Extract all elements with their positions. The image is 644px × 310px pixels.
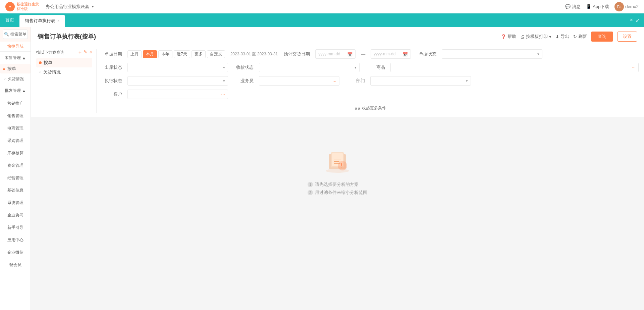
date-custom-btn[interactable]: 自定义 (207, 50, 225, 58)
sidebar-item-system[interactable]: 系统管理 (0, 197, 31, 209)
window-close-icon[interactable]: × (630, 17, 633, 23)
sidebar-search-area: 🔍 搜索菜单 (0, 27, 31, 42)
date-range-text: 2023-03-01 至 2023-03-31 (230, 51, 278, 57)
top-bar: 畅捷通好生意 标准版 办公用品行业模拟账套 ▾ 💬 消息 📱 App下载 Ea … (0, 0, 644, 13)
customer-input[interactable]: ··· (127, 90, 228, 99)
sidebar-item-enterprise[interactable]: 企业协同 (0, 209, 31, 221)
print-button[interactable]: 🖨 按模板打印 ▾ (520, 34, 551, 40)
sidebar-item-basics[interactable]: 基础信息 (0, 184, 31, 197)
empty-illustration: ! (321, 144, 354, 177)
print-icon: 🖨 (520, 34, 525, 39)
estimated-date-start-input[interactable]: yyyy-mm-dd 📅 (315, 49, 356, 59)
dept-label: 部门 (345, 78, 365, 84)
sidebar-item-sales[interactable]: 销售管理 (0, 110, 31, 122)
empty-tip-2: 2 用过滤条件来缩小分析范围 (308, 190, 367, 196)
empty-tip-1: 1 请先选择要分析的方案 (308, 182, 367, 188)
goods-more-icon: ··· (632, 65, 636, 70)
sidebar-item-wholesale[interactable]: 批发管理 ▲ (0, 85, 31, 97)
empty-tips: 1 请先选择要分析的方案 2 用过滤条件来缩小分析范围 (308, 182, 367, 196)
scheme-inactive-circle-icon: ○ (39, 70, 41, 74)
top-bar-title: 办公用品行业模拟账套 (46, 4, 89, 10)
edit-scheme-icon[interactable]: ✎ (84, 49, 88, 55)
goods-input[interactable]: ··· (390, 63, 639, 72)
date-prev-month-btn[interactable]: 上月 (127, 50, 142, 58)
message-button[interactable]: 💬 消息 (565, 4, 581, 10)
tab-bar-actions: × ⤢ (630, 17, 644, 23)
inactive-circle-icon: ○ (4, 77, 6, 82)
sidebar-item-wechat[interactable]: 企业微信 (0, 246, 31, 259)
help-icon: ❓ (501, 34, 506, 39)
doc-status-dropdown-icon: ▾ (537, 52, 539, 56)
collect-status-dropdown-icon: ▾ (355, 65, 357, 70)
empty-state: ! 1 请先选择要分析的方案 2 用过滤条件来缩小分析范围 (31, 117, 644, 222)
help-button[interactable]: ❓ 帮助 (501, 34, 516, 40)
sidebar-item-onboarding[interactable]: 新手引导 (0, 221, 31, 234)
app-download-button[interactable]: 📱 App下载 (586, 4, 609, 10)
estimated-date-end-input[interactable]: yyyy-mm-dd 📅 (371, 49, 411, 59)
doc-status-label: 单据状态 (416, 51, 436, 57)
top-bar-right: 💬 消息 📱 App下载 Ea demo2 (565, 2, 639, 11)
svg-point-5 (338, 161, 347, 170)
collapse-button[interactable]: ∧∧ 收起更多条件 (102, 103, 639, 113)
dept-select[interactable]: ▾ (370, 76, 471, 86)
out-status-select[interactable]: ▾ (127, 63, 228, 72)
query-button[interactable]: 查询 (591, 32, 613, 42)
sidebar-item-retail[interactable]: 零售管理 ▲ (0, 52, 31, 64)
filter-layout: 按以下方案查询 + ✎ « 按单 ○ 欠货情况 (36, 49, 639, 113)
date-curr-month-btn[interactable]: 本月 (143, 50, 157, 58)
export-button[interactable]: ⬇ 导出 (555, 34, 569, 40)
top-bar-left: 畅捷通好生意 标准版 办公用品行业模拟账套 ▾ (5, 2, 94, 11)
window-expand-icon[interactable]: ⤢ (636, 17, 640, 23)
date-7days-btn[interactable]: 近7天 (174, 50, 190, 58)
out-status-dropdown-icon: ▾ (223, 65, 225, 70)
sidebar-item-marketing[interactable]: 营销推广 (0, 97, 31, 110)
scheme-active-dot (39, 61, 42, 64)
date-more-btn[interactable]: 更多 (192, 50, 206, 58)
tab-close-button[interactable]: × (57, 19, 59, 23)
refresh-button[interactable]: ↻ 刷新 (573, 34, 587, 40)
date-buttons: 上月 本月 本年 近7天 更多 自定义 (127, 50, 225, 58)
tab-home[interactable]: 首页 (0, 13, 19, 27)
add-scheme-icon[interactable]: + (78, 49, 82, 55)
sidebar-item-member[interactable]: 畅会员 (0, 259, 31, 271)
settings-button[interactable]: 设置 (617, 32, 637, 42)
sidebar-item-app-center[interactable]: 应用中心 (0, 234, 31, 246)
refresh-icon: ↻ (573, 34, 577, 39)
salesperson-label: 业务员 (233, 78, 254, 84)
scheme-item-欠货情况[interactable]: ○ 欠货情况 (36, 67, 92, 77)
search-icon: 🔍 (4, 32, 9, 37)
out-status-label: 出库状态 (102, 64, 122, 70)
page-header-actions: ❓ 帮助 🖨 按模板打印 ▾ ⬇ 导出 ↻ 刷新 查询 设置 (501, 32, 637, 42)
sidebar: 🔍 搜索菜单 快捷导航 零售管理 ▲ ● 按单 ○ 欠货情况 批发管理 ▲ 营销… (0, 27, 31, 310)
sidebar-item-operations[interactable]: 经营管理 (0, 172, 31, 184)
svg-text:!: ! (341, 163, 342, 168)
svg-point-1 (326, 169, 349, 173)
doc-status-select[interactable]: ▾ (442, 49, 542, 59)
collapse-scheme-icon[interactable]: « (90, 49, 92, 55)
tab-active[interactable]: 销售订单执行表 × (19, 15, 65, 27)
top-bar-dropdown[interactable]: ▾ (92, 4, 94, 9)
filter-section: 按以下方案查询 + ✎ « 按单 ○ 欠货情况 (31, 45, 644, 117)
sidebar-item-finance[interactable]: 资金管理 (0, 159, 31, 172)
collect-status-select[interactable]: ▾ (259, 63, 360, 72)
scheme-item-按单[interactable]: 按单 (36, 58, 92, 67)
filter-scheme-sidebar: 按以下方案查询 + ✎ « 按单 ○ 欠货情况 (36, 49, 97, 113)
filter-row-3: 执行状态 ▾ 业务员 ··· 部门 ▾ (102, 76, 639, 86)
sidebar-item-按单[interactable]: ● 按单 (0, 64, 31, 73)
sidebar-item-inventory[interactable]: 库存核算 (0, 147, 31, 159)
date-year-btn[interactable]: 本年 (158, 50, 172, 58)
sidebar-search-button[interactable]: 🔍 搜索菜单 (3, 30, 28, 39)
sidebar-quick-nav[interactable]: 快捷导航 (0, 42, 31, 51)
customer-label: 客户 (102, 91, 122, 97)
exec-status-select[interactable]: ▾ (127, 76, 228, 86)
salesperson-input[interactable]: ··· (259, 76, 339, 86)
sidebar-item-purchase[interactable]: 采购管理 (0, 135, 31, 147)
collapse-arrow-icon: ∧∧ (355, 106, 361, 111)
calendar-end-icon: 📅 (402, 52, 408, 57)
sidebar-item-ecommerce[interactable]: 电商管理 (0, 122, 31, 135)
sidebar-item-欠货情况[interactable]: ○ 欠货情况 (0, 73, 31, 85)
estimated-date-label: 预计交货日期 (283, 51, 310, 57)
user-profile[interactable]: Ea demo2 (614, 2, 639, 11)
logo-icon (5, 2, 15, 11)
export-icon: ⬇ (555, 34, 559, 39)
